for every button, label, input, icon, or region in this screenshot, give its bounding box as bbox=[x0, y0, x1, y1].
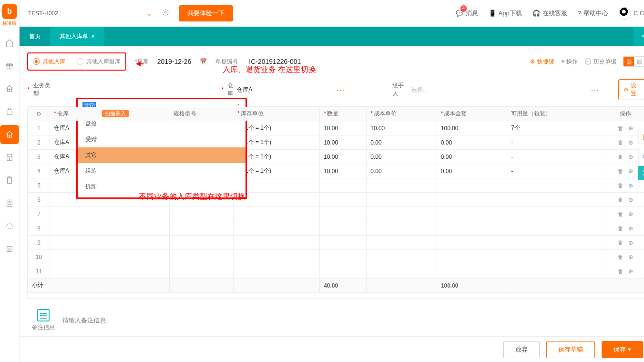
table-row[interactable]: 7 🗑⊕ bbox=[28, 207, 644, 221]
rail-link-icon[interactable]: 🔗 bbox=[638, 148, 644, 162]
delete-icon[interactable]: 🗑 bbox=[618, 168, 624, 175]
history-link[interactable]: 🕘 历史单据 bbox=[584, 58, 616, 66]
nav-person-icon[interactable] bbox=[0, 194, 19, 213]
top-header: TEST-H002 ⌄ 我要体验一下 4 💬 消息 📱App下载 🎧在线客服 ?… bbox=[20, 0, 644, 27]
svg-point-7 bbox=[7, 223, 12, 229]
nav-ring-icon[interactable] bbox=[0, 217, 19, 236]
copy-icon[interactable]: ⊕ bbox=[628, 154, 633, 160]
copy-icon[interactable]: ⊕ bbox=[628, 139, 633, 146]
delete-icon[interactable]: 🗑 bbox=[618, 182, 624, 189]
rail-clipboard-icon[interactable]: 📋 bbox=[638, 130, 644, 144]
settings-button[interactable]: ⚙ 设置 bbox=[618, 79, 644, 100]
delete-icon[interactable]: 🗑 bbox=[618, 125, 624, 132]
col-spec: 规格型号 bbox=[170, 107, 234, 121]
avatar bbox=[619, 7, 631, 20]
biztype-field[interactable]: *业务类型 bbox=[27, 82, 52, 98]
nav-house-up-icon[interactable] bbox=[0, 79, 19, 98]
dropdown-option[interactable]: 其它 bbox=[78, 147, 245, 163]
warehouse-field[interactable]: *仓库 仓库A ⋯ bbox=[222, 82, 345, 98]
radio-inbound[interactable]: 其他入库 bbox=[33, 58, 65, 66]
rail-expand-icon[interactable]: ⛶ bbox=[638, 166, 644, 180]
biz-radio-group: 其他入库 其他入库退库 bbox=[27, 52, 126, 71]
col-amount: *成本金额 bbox=[437, 107, 507, 121]
close-all-tabs[interactable]: × bbox=[634, 27, 644, 46]
copy-icon[interactable]: ⊕ bbox=[628, 182, 633, 189]
save-button[interactable]: 保存 ▾ bbox=[602, 341, 643, 358]
notes-icon bbox=[37, 309, 50, 321]
tabs-bar: 首页 其他入库单× × bbox=[20, 27, 644, 46]
trial-button[interactable]: 我要体验一下 bbox=[179, 5, 233, 21]
footer: 放弃 保存草稿 保存 ▾ bbox=[20, 336, 644, 362]
service-link[interactable]: 🎧在线客服 bbox=[532, 9, 567, 18]
svg-text:新: 新 bbox=[8, 248, 11, 251]
org-selector[interactable]: TEST-H002 ⌄ bbox=[28, 10, 152, 17]
calendar-icon[interactable]: 📅 bbox=[200, 58, 207, 65]
discard-button[interactable]: 放弃 bbox=[503, 341, 540, 358]
delete-icon[interactable]: 🗑 bbox=[618, 239, 624, 246]
delete-icon[interactable]: 🗑 bbox=[618, 139, 624, 146]
remarks-section: 备注信息 bbox=[27, 304, 644, 336]
org-name: TEST-H002 bbox=[28, 10, 58, 17]
more-icon[interactable]: ⋯ bbox=[336, 84, 345, 95]
copy-icon[interactable]: ⊕ bbox=[628, 168, 633, 175]
close-icon[interactable]: × bbox=[91, 32, 95, 40]
radio-return[interactable]: 其他入库退库 bbox=[77, 58, 121, 66]
app-download-link[interactable]: 📱App下载 bbox=[489, 9, 522, 18]
nav-clipboard-icon[interactable] bbox=[0, 171, 19, 190]
message-badge: 4 bbox=[460, 5, 467, 12]
delete-icon[interactable]: 🗑 bbox=[618, 211, 624, 217]
phone-icon: 📱 bbox=[489, 10, 496, 17]
tab-home[interactable]: 首页 bbox=[20, 27, 50, 46]
copy-icon[interactable]: ⊕ bbox=[628, 225, 633, 232]
logo-label: 标准版 bbox=[2, 20, 17, 27]
copy-icon[interactable]: ⊕ bbox=[628, 211, 633, 217]
svg-marker-12 bbox=[136, 62, 141, 66]
copy-icon[interactable]: ⊕ bbox=[628, 125, 633, 132]
col-qty: *数量 bbox=[320, 107, 367, 121]
dropdown-option[interactable]: 组装 bbox=[78, 163, 245, 179]
copy-icon[interactable]: ⊕ bbox=[628, 239, 633, 246]
remarks-input[interactable] bbox=[62, 317, 640, 324]
help-icon: ? bbox=[578, 10, 581, 17]
view-list-icon[interactable]: ▤ bbox=[624, 57, 634, 66]
help-link[interactable]: ?帮助中心 bbox=[578, 9, 608, 18]
scan-button[interactable]: 扫描录入 bbox=[102, 110, 129, 117]
operate-link[interactable]: ≡ 操作 bbox=[561, 58, 578, 66]
delete-icon[interactable]: 🗑 bbox=[618, 268, 624, 275]
delete-icon[interactable]: 🗑 bbox=[618, 225, 624, 232]
table-row[interactable]: 9 🗑⊕ bbox=[28, 236, 644, 250]
handler-field[interactable]: 经手人 选择.. ⋯ bbox=[392, 82, 599, 98]
dropdown-option[interactable]: 受赠 bbox=[78, 132, 245, 147]
nav-home-icon[interactable] bbox=[0, 33, 19, 52]
svg-point-10 bbox=[164, 11, 166, 13]
date-value[interactable]: 2019-12-26 bbox=[157, 58, 192, 65]
col-available: 可用量（包装） bbox=[507, 107, 606, 121]
user-menu[interactable]: C C bbox=[619, 7, 644, 20]
copy-icon[interactable]: ⊕ bbox=[628, 254, 633, 260]
nav-money-icon[interactable] bbox=[0, 148, 19, 167]
messages-link[interactable]: 4 💬 消息 bbox=[456, 9, 478, 18]
copy-icon[interactable]: ⊕ bbox=[628, 197, 633, 203]
gear-icon[interactable] bbox=[162, 9, 169, 18]
nav-house-down-icon[interactable] bbox=[0, 125, 19, 144]
nav-gift-icon[interactable] bbox=[0, 56, 19, 75]
col-unit: *库存单位 bbox=[233, 107, 319, 121]
delete-icon[interactable]: 🗑 bbox=[618, 154, 624, 160]
save-draft-button[interactable]: 保存草稿 bbox=[546, 341, 595, 358]
table-row[interactable]: 10 🗑⊕ bbox=[28, 250, 644, 264]
col-gear[interactable]: ⚙ bbox=[28, 107, 50, 121]
tab-current[interactable]: 其他入库单× bbox=[50, 27, 104, 46]
more-icon[interactable]: ⋯ bbox=[591, 84, 599, 95]
delete-icon[interactable]: 🗑 bbox=[618, 197, 624, 203]
view-grid-icon[interactable]: ▦ bbox=[634, 57, 644, 66]
delete-icon[interactable]: 🗑 bbox=[618, 254, 624, 260]
table-row[interactable]: 11 🗑⊕ bbox=[28, 264, 644, 279]
copy-icon[interactable]: ⊕ bbox=[628, 268, 633, 275]
shortcut-link[interactable]: ⚙ 快捷键 bbox=[530, 58, 554, 66]
view-toggle: ▤ ▦ bbox=[623, 56, 644, 67]
nav-bag-icon[interactable] bbox=[0, 102, 19, 121]
col-price: *成本单价 bbox=[367, 107, 437, 121]
table-row[interactable]: 8 🗑⊕ bbox=[28, 221, 644, 236]
nav-new-icon[interactable]: 新 bbox=[0, 239, 19, 259]
svg-point-6 bbox=[9, 201, 10, 203]
